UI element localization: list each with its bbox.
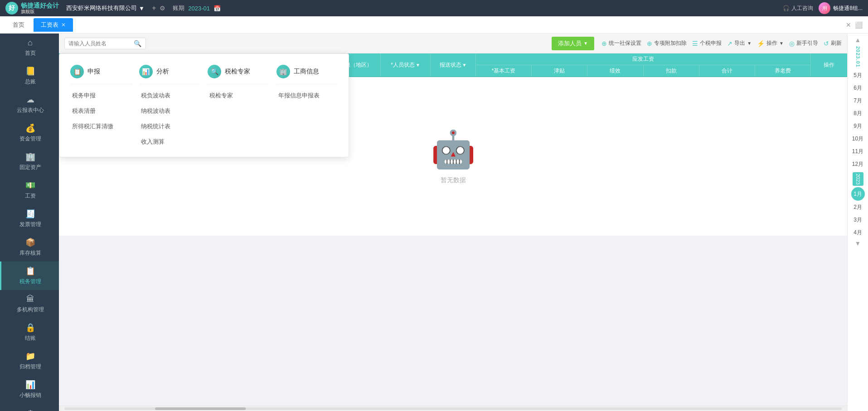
timeline-up-btn[interactable]: ▲ [852,35,864,44]
close-accounts-icon: 🔒 [25,323,35,333]
timeline-month-feb[interactable]: 2月 [850,201,866,213]
company-dropdown-icon: ▼ [139,5,145,12]
special-deduct-action[interactable]: ⊕ 专项附加扣除 [647,39,687,47]
tab-home[interactable]: 首页 [5,18,32,32]
operate-icon: ⚡ [757,40,765,47]
timeline-month-6[interactable]: 6月 [850,82,866,95]
sidebar-item-fund[interactable]: 💰 资金管理 [0,119,59,147]
search-input[interactable] [68,40,132,47]
refresh-action[interactable]: ↺ 刷新 [824,39,842,47]
report-icon: 📊 [25,380,35,390]
timeline-month-jan[interactable]: 1月 [851,187,865,201]
invoice-icon: 🧾 [25,209,35,219]
toolbar: 🔍 添加人员 ▼ ⊕ 统一社保设置 ⊕ 专项附加扣除 ☰ 个税申报 [59,34,847,53]
annual-report-item[interactable]: 年报信息申报表 [276,88,338,103]
tax-declare-item[interactable]: 税务申报 [70,88,132,103]
export-action[interactable]: ↗ 导出 ▼ [727,39,752,47]
income-calc-item[interactable]: 所得税汇算清缴 [70,119,132,134]
timeline-month-apr[interactable]: 4月 [850,226,866,239]
salary-icon: 💵 [25,180,35,190]
tab-home-label: 首页 [13,21,24,28]
archive-icon: 📁 [25,351,35,361]
empty-text: 暂无数据 [441,176,466,184]
tax-expert-item[interactable]: 税检专家 [208,88,269,103]
timeline-month-11[interactable]: 11月 [850,145,866,158]
right-timeline: ▲ 2023.01 5月 6月 7月 8月 9月 10月 11月 12月 202… [847,34,868,411]
home-icon: ⌂ [28,38,33,48]
sidebar-item-settings[interactable]: ⚙ 基础设置 [0,404,59,411]
person-filter-icon[interactable]: ▼ [416,63,420,68]
add-person-button[interactable]: 添加人员 ▼ [552,37,594,50]
company-selector[interactable]: 西安虾米网络科技有限公司 ▼ [63,4,148,12]
timeline-month-9[interactable]: 9月 [850,120,866,133]
headset-icon: 🎧 [783,5,790,11]
sidebar-item-invoice[interactable]: 🧾 发票管理 [0,204,59,233]
sidebar-item-close-accounts[interactable]: 🔒 结账 [0,318,59,347]
tax-table-item[interactable]: 税表清册 [70,103,132,119]
sidebar-label-multi: 多机构管理 [17,306,44,314]
timeline-month-10[interactable]: 10月 [850,133,866,145]
dropdown-columns: 📋 申报 税务申报 税表清册 所得税汇算清缴 📊 分析 税负波动表 纳税波动表 … [67,61,341,150]
add-person-label: 添加人员 [558,39,582,48]
sidebar-item-assets[interactable]: 🏢 固定资产 [0,147,59,176]
tax-icon: 📋 [25,266,35,276]
add-company-icon[interactable]: + [152,4,156,12]
sidebar-label-invoice: 发票管理 [19,221,41,228]
timeline-month-7[interactable]: 7月 [850,95,866,107]
tab-salary[interactable]: 工资表 ✕ [34,18,73,32]
close-all-button[interactable]: ✕ ⬜ [846,21,863,29]
sidebar-item-multi[interactable]: 🏛 多机构管理 [0,290,59,318]
horizontal-scrollbar[interactable] [59,406,847,411]
tax-report-action[interactable]: ☰ 个税申报 [692,39,722,47]
sidebar-item-home[interactable]: ⌂ 首页 [0,34,59,62]
assets-icon: 🏢 [25,152,35,162]
timeline-month-8[interactable]: 8月 [850,107,866,120]
settings-icon[interactable]: ⚙ [160,5,165,12]
logo-sub: 旗舰版 [21,9,59,14]
expert-header-icon: 🔍 [208,65,221,78]
timeline-down-btn[interactable]: ▼ [852,239,864,248]
cloud-icon: ☁ [26,95,34,105]
sidebar-item-archive[interactable]: 📁 归档管理 [0,347,59,375]
dropdown-col-biz: 🏢 工商信息 年报信息申报表 [273,61,342,150]
dropdown-col-declare: 📋 申报 税务申报 税表清册 所得税汇算清缴 [67,61,136,150]
timeline-month-12[interactable]: 12月 [850,158,866,171]
biz-header-icon: 🏢 [276,65,290,78]
top-bar-right: 🎧 人工咨询 用 畅捷通8组... [783,2,863,14]
logo-icon: 好 [5,2,18,15]
social-security-action[interactable]: ⊕ 统一社保设置 [601,39,641,47]
sidebar-item-report[interactable]: 📊 小畅报销 [0,375,59,404]
sidebar-item-tax[interactable]: 📋 税务管理 [0,261,59,290]
social-security-label: 统一社保设置 [609,39,641,47]
tax-stats-item[interactable]: 纳税统计表 [139,119,201,134]
timeline-current-period: 2023.01 [855,44,861,69]
th-salary-sub: *基本工资 津贴 绩效 扣款 合计 养老费 [476,65,810,77]
sidebar-item-salary[interactable]: 💵 工资 [0,176,59,204]
guide-action[interactable]: ◎ 新手引导 [789,39,818,47]
tab-salary-close[interactable]: ✕ [61,22,66,28]
biz-title: 工商信息 [294,68,319,76]
report-filter-icon[interactable]: ▼ [462,63,467,68]
inventory-icon: 📦 [25,237,35,247]
sidebar-item-cloud[interactable]: ☁ 云报表中心 [0,90,59,119]
th-salary-group-label: 应发工资 [476,53,810,65]
sidebar-item-ledger[interactable]: 📒 总账 [0,62,59,90]
income-forecast-item[interactable]: 收入测算 [139,134,201,150]
user-info[interactable]: 用 畅捷通8组... [819,2,863,14]
sidebar-item-inventory[interactable]: 📦 库存核算 [0,233,59,261]
declare-header: 📋 申报 [70,61,132,84]
sidebar-label-inventory: 库存核算 [19,249,41,257]
logo-text: 畅捷通好会计 旗舰版 [21,2,59,14]
timeline-month-5[interactable]: 5月 [850,69,866,82]
company-name: 西安虾米网络科技有限公司 [66,4,137,12]
period-info: 账期 2023-01 📅 [173,4,221,12]
tax-payment-item[interactable]: 纳税波动表 [139,103,201,119]
social-security-icon: ⊕ [601,40,607,47]
service-button[interactable]: 🎧 人工咨询 [783,5,813,12]
close-icon: ✕ [846,21,851,29]
timeline-month-mar[interactable]: 3月 [850,213,866,226]
operate-action[interactable]: ⚡ 操作 ▼ [757,39,784,47]
tax-burden-item[interactable]: 税负波动表 [139,88,201,103]
calendar-icon[interactable]: 📅 [213,5,221,12]
scroll-thumb[interactable] [155,407,246,410]
